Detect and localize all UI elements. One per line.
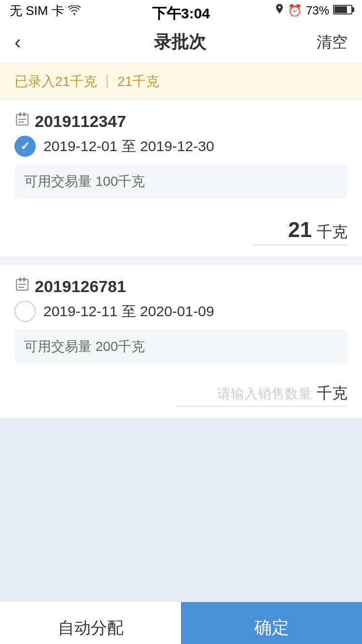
svg-rect-1 bbox=[19, 112, 21, 116]
svg-rect-7 bbox=[23, 278, 25, 281]
batch-avail-1: 可用交易量 100千克 bbox=[14, 165, 348, 198]
quantity-unit-2: 千克 bbox=[317, 383, 348, 404]
battery-icon bbox=[333, 4, 352, 17]
page-title: 录批次 bbox=[154, 30, 206, 54]
batch-card-1: 2019112347 2019-12-01 至 2019-12-30 可用交易量… bbox=[0, 100, 362, 257]
batch-item-2: 2019126781 2019-12-11 至 2020-01-09 可用交易量… bbox=[0, 265, 362, 364]
location-icon bbox=[275, 4, 284, 17]
quantity-input-1[interactable] bbox=[254, 218, 312, 242]
nav-bar: ‹ 录批次 清空 bbox=[0, 21, 362, 64]
clear-button[interactable]: 清空 bbox=[317, 32, 348, 53]
svg-rect-6 bbox=[19, 278, 21, 281]
quantity-row-1: 千克 bbox=[0, 208, 362, 257]
alarm-icon: ⏰ bbox=[288, 4, 302, 17]
info-divider bbox=[107, 75, 108, 88]
batch-avail-2: 可用交易量 200千克 bbox=[14, 330, 348, 364]
back-button[interactable]: ‹ bbox=[14, 31, 43, 53]
status-time: 下午3:04 bbox=[152, 4, 210, 24]
sim-status: 无 SIM 卡 bbox=[10, 2, 64, 19]
batch-header-2: 2019126781 bbox=[14, 277, 348, 296]
quantity-unit-1: 千克 bbox=[317, 222, 348, 243]
recorded-info: 已录入21千克 bbox=[14, 72, 97, 91]
battery-percent: 73% bbox=[306, 4, 329, 17]
empty-area bbox=[0, 418, 362, 602]
quantity-input-2[interactable] bbox=[177, 386, 312, 402]
batch-header-1: 2019112347 bbox=[14, 112, 348, 131]
batch-item-1: 2019112347 2019-12-01 至 2019-12-30 可用交易量… bbox=[0, 100, 362, 198]
batch-id-1: 2019112347 bbox=[35, 112, 126, 131]
status-bar: 无 SIM 卡 下午3:04 ⏰ 73% bbox=[0, 0, 362, 21]
batch-radio-1[interactable] bbox=[14, 136, 36, 157]
status-left: 无 SIM 卡 bbox=[10, 2, 81, 19]
total-info: 21千克 bbox=[117, 72, 159, 91]
confirm-button[interactable]: 确定 bbox=[181, 602, 362, 644]
bottom-bar: 自动分配 确定 bbox=[0, 602, 362, 644]
wifi-icon bbox=[68, 3, 81, 18]
batch-radio-2[interactable] bbox=[14, 301, 36, 322]
quantity-underline-1: 千克 bbox=[254, 218, 348, 245]
batch-date-2: 2019-12-11 至 2020-01-09 bbox=[43, 302, 214, 322]
section-gap bbox=[0, 257, 362, 265]
batch-date-row-2: 2019-12-11 至 2020-01-09 bbox=[14, 301, 348, 322]
batch-date-row-1: 2019-12-01 至 2019-12-30 bbox=[14, 136, 348, 157]
svg-rect-2 bbox=[23, 112, 25, 116]
batch-id-2: 2019126781 bbox=[35, 277, 126, 296]
status-right: ⏰ 73% bbox=[275, 4, 352, 17]
auto-distribute-button[interactable]: 自动分配 bbox=[0, 602, 181, 644]
batch-card-2: 2019126781 2019-12-11 至 2020-01-09 可用交易量… bbox=[0, 265, 362, 418]
batch-icon-1 bbox=[14, 112, 30, 131]
quantity-row-2: 千克 bbox=[0, 373, 362, 418]
quantity-underline-2: 千克 bbox=[177, 383, 348, 406]
batch-icon-2 bbox=[14, 277, 30, 296]
info-bar: 已录入21千克 21千克 bbox=[0, 64, 362, 100]
batch-date-1: 2019-12-01 至 2019-12-30 bbox=[43, 137, 214, 156]
